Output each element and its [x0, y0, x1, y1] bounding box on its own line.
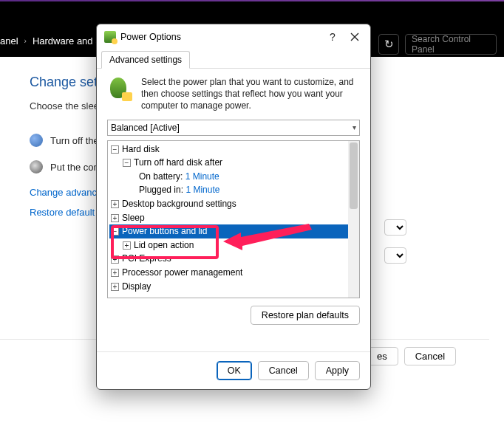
collapse-icon[interactable]: −	[111, 145, 119, 154]
option-display-label: Turn off the	[50, 135, 99, 146]
dialog-intro-text: Select the power plan that you want to c…	[141, 76, 360, 112]
scrollbar-thumb[interactable]	[350, 142, 358, 209]
power-plan-icon	[107, 76, 134, 103]
breadcrumb-seg-2[interactable]: Hardware and S	[33, 35, 102, 47]
close-button[interactable]	[344, 27, 366, 47]
option-display-select[interactable]	[384, 219, 406, 236]
dialog-title: Power Options	[120, 32, 321, 42]
chevron-down-icon: ▾	[353, 123, 356, 131]
tabstrip: Advanced settings	[97, 49, 370, 69]
accent-line	[0, 0, 504, 1]
settings-tree[interactable]: −Hard disk −Turn off hard disk after On …	[107, 140, 360, 298]
power-plan-value: Balanced [Active]	[111, 123, 180, 133]
help-button[interactable]: ?	[321, 27, 344, 47]
tree-turn-off-hard-disk[interactable]: −Turn off hard disk after	[109, 156, 358, 170]
power-plan-select[interactable]: Balanced [Active] ▾	[107, 120, 360, 136]
tab-advanced-settings[interactable]: Advanced settings	[101, 51, 190, 69]
tree-power-buttons-lid[interactable]: −Power buttons and lid	[109, 224, 358, 238]
option-sleep-label: Put the com	[50, 162, 101, 173]
collapse-icon[interactable]: −	[111, 227, 119, 236]
tree-processor-power[interactable]: +Processor power management	[109, 266, 358, 280]
power-options-dialog: Power Options ? Advanced settings Select…	[96, 24, 371, 390]
expand-icon[interactable]: +	[111, 269, 119, 277]
tree-lid-open-action[interactable]: +Lid open action	[109, 238, 358, 253]
dialog-footer: OK Cancel Apply	[97, 351, 370, 389]
search-placeholder: Search Control Panel	[412, 34, 490, 55]
expand-icon[interactable]: +	[111, 255, 119, 264]
breadcrumb-seg-1[interactable]: anel	[0, 35, 18, 47]
breadcrumb[interactable]: anel › Hardware and S	[0, 35, 102, 47]
dialog-intro: Select the power plan that you want to c…	[107, 76, 360, 112]
cancel-button[interactable]: Cancel	[258, 361, 309, 380]
on-battery-value[interactable]: 1 Minute	[185, 171, 219, 182]
tree-desktop-bg[interactable]: +Desktop background settings	[109, 197, 358, 211]
expand-icon[interactable]: +	[111, 214, 119, 222]
bg-cancel-button[interactable]: Cancel	[404, 347, 456, 365]
restore-plan-defaults-button[interactable]: Restore plan defaults	[251, 306, 360, 325]
search-input[interactable]: Search Control Panel	[405, 34, 497, 55]
chevron-right-icon: ›	[24, 37, 27, 45]
tree-hard-disk[interactable]: −Hard disk	[109, 142, 358, 157]
tree-scrollbar[interactable]	[348, 141, 359, 298]
tree-plugged-in[interactable]: Plugged in: 1 Minute	[109, 183, 358, 197]
moon-icon	[30, 160, 43, 174]
display-icon	[30, 134, 43, 147]
tree-pci-express[interactable]: +PCI Express	[109, 252, 358, 266]
dialog-titlebar[interactable]: Power Options ?	[97, 24, 370, 49]
collapse-icon[interactable]: −	[123, 159, 131, 167]
tree-sleep[interactable]: +Sleep	[109, 211, 358, 225]
close-icon	[350, 32, 359, 41]
ok-button[interactable]: OK	[217, 361, 252, 380]
option-sleep-select[interactable]	[384, 247, 406, 264]
tree-display[interactable]: +Display	[109, 280, 358, 294]
expand-icon[interactable]: +	[123, 241, 131, 250]
tree-on-battery[interactable]: On battery: 1 Minute	[109, 170, 358, 184]
expand-icon[interactable]: +	[111, 200, 119, 208]
expand-icon[interactable]: +	[111, 283, 119, 291]
refresh-button[interactable]: ↻	[378, 34, 399, 55]
apply-button[interactable]: Apply	[315, 361, 360, 380]
power-icon	[104, 31, 116, 43]
plugged-in-value[interactable]: 1 Minute	[185, 185, 219, 195]
